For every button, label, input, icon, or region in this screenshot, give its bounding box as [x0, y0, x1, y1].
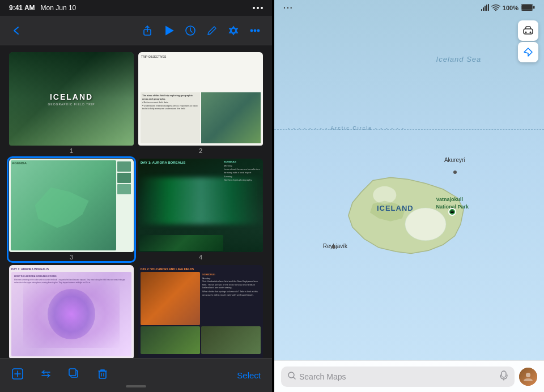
svg-point-30 — [525, 32, 527, 33]
maps-status-right: 100% — [481, 4, 535, 12]
svg-rect-14 — [69, 369, 76, 376]
microphone-icon[interactable] — [500, 370, 508, 382]
slide-row-2: AGENDA 3 DAY 1: AURORA BOREAL — [9, 159, 263, 261]
slide-row-3: DAY 1: AURORA BOREALIS HOW THE AURORA BO… — [9, 265, 263, 358]
svg-point-32 — [288, 372, 294, 378]
more-button[interactable] — [249, 25, 261, 36]
svg-rect-34 — [502, 371, 506, 377]
delete-button[interactable] — [96, 368, 109, 383]
slide-1-number: 1 — [9, 147, 134, 154]
city-dot-reykjavik — [332, 245, 335, 249]
slide-2-text: The aims of this field trip exploring ge… — [141, 92, 200, 143]
svg-rect-15 — [99, 371, 106, 378]
slide-item-5[interactable]: DAY 1: AURORA BOREALIS HOW THE AURORA BO… — [9, 265, 134, 358]
location-button[interactable] — [518, 42, 538, 62]
city-dot-akureyri — [453, 171, 457, 174]
slide-2-number: 2 — [138, 147, 263, 154]
map-controls — [518, 20, 538, 62]
search-input-container[interactable]: Search Maps — [281, 367, 515, 387]
slide-3-map: AGENDA — [11, 160, 116, 250]
slide-1-title: ICELAND — [50, 92, 93, 101]
slide-6-text: SCHEDULE: Monday Visit Haukadalur lava f… — [201, 272, 261, 325]
svg-rect-24 — [488, 4, 489, 11]
svg-point-18 — [405, 208, 446, 241]
maps-status-bar: ··· 100% — [274, 0, 544, 16]
status-time: 9:41 AM Mon Jun 10 — [9, 4, 76, 12]
svg-rect-28 — [522, 5, 533, 10]
duplicate-button[interactable] — [68, 368, 80, 383]
svg-rect-29 — [524, 29, 533, 34]
battery-shape — [521, 4, 535, 12]
slide-2-title: TRIP OBJECTIVES — [141, 54, 261, 90]
slides-grid: ICELAND GEOGRAPHIC FIELD TRIP 1 TRIP OBJ… — [0, 45, 272, 358]
svg-rect-21 — [483, 7, 484, 11]
driving-mode-button[interactable] — [518, 20, 538, 41]
slide-item-6[interactable]: DAY 2: VOLCANOES AND LAVA FIELDS SCHEDUL… — [138, 265, 263, 358]
slide-1-subtitle: GEOGRAPHIC FIELD TRIP — [48, 103, 95, 106]
slide-row-1: ICELAND GEOGRAPHIC FIELD TRIP 1 TRIP OBJ… — [9, 52, 263, 154]
slide-item-1[interactable]: ICELAND GEOGRAPHIC FIELD TRIP 1 — [9, 52, 134, 154]
slide-6-title: DAY 2: VOLCANOES AND LAVA FIELDS — [141, 267, 261, 271]
map-iceland-shape — [314, 137, 490, 294]
back-button[interactable] — [11, 25, 22, 36]
dot-3 — [261, 7, 263, 9]
pen-button[interactable] — [206, 25, 218, 36]
svg-marker-1 — [166, 27, 173, 35]
arrange-button[interactable] — [40, 368, 52, 383]
status-center-dots — [253, 7, 263, 9]
signal-icon — [481, 4, 489, 12]
svg-rect-27 — [533, 6, 535, 9]
keynote-bottom-toolbar: Select — [0, 358, 272, 392]
user-avatar[interactable] — [519, 368, 537, 386]
svg-point-36 — [526, 373, 530, 377]
maps-status-dots: ··· — [283, 3, 294, 12]
select-button[interactable]: Select — [237, 370, 261, 380]
map-background: Iceland Sea - - - - - - - - Arctic Circl… — [274, 0, 544, 392]
arctic-circle-line — [274, 129, 544, 130]
park-marker-vatnajokull — [448, 208, 456, 216]
maps-search-bar: Search Maps — [274, 360, 544, 392]
wifi-icon — [491, 4, 500, 12]
svg-rect-20 — [481, 9, 482, 11]
dot-1 — [253, 7, 255, 9]
keynote-toolbar — [0, 16, 272, 45]
slide-item-2[interactable]: TRIP OBJECTIVES The aims of this field t… — [138, 52, 263, 154]
share-button[interactable] — [142, 25, 153, 36]
dot-2 — [257, 7, 259, 9]
slide-item-4[interactable]: DAY 1: AURORA BOREALIS SCHEDULE Morning … — [138, 159, 263, 261]
slide-4-number: 4 — [138, 254, 263, 261]
svg-rect-22 — [484, 6, 486, 11]
keynote-panel: 9:41 AM Mon Jun 10 — [0, 0, 272, 392]
add-slide-button[interactable] — [11, 368, 24, 384]
svg-line-33 — [294, 377, 295, 379]
slide-4-sidebar: SCHEDULE Morning Learn about the aurora … — [224, 160, 261, 182]
slide-item-3[interactable]: AGENDA 3 — [9, 159, 134, 261]
search-placeholder: Search Maps — [299, 372, 346, 381]
toolbar-left — [11, 25, 22, 36]
search-icon — [288, 372, 296, 381]
battery-icon: 100% — [503, 5, 518, 11]
maps-panel: Iceland Sea - - - - - - - - Arctic Circl… — [274, 0, 544, 392]
toolbar-center — [142, 25, 261, 36]
play-button[interactable] — [163, 25, 175, 36]
svg-point-31 — [530, 32, 532, 33]
svg-point-5 — [251, 29, 253, 31]
keynote-status-bar: 9:41 AM Mon Jun 10 — [0, 0, 272, 16]
clock-button[interactable] — [185, 25, 196, 36]
slide-5-title: DAY 1: AURORA BOREALIS — [11, 267, 131, 271]
svg-point-7 — [258, 29, 260, 31]
home-indicator — [126, 385, 146, 387]
shapes-button[interactable] — [228, 25, 239, 36]
svg-rect-23 — [486, 5, 487, 11]
svg-point-6 — [254, 29, 256, 31]
svg-point-25 — [495, 10, 496, 11]
slide-3-number: 3 — [9, 254, 134, 261]
bottom-tools-left — [11, 368, 109, 384]
